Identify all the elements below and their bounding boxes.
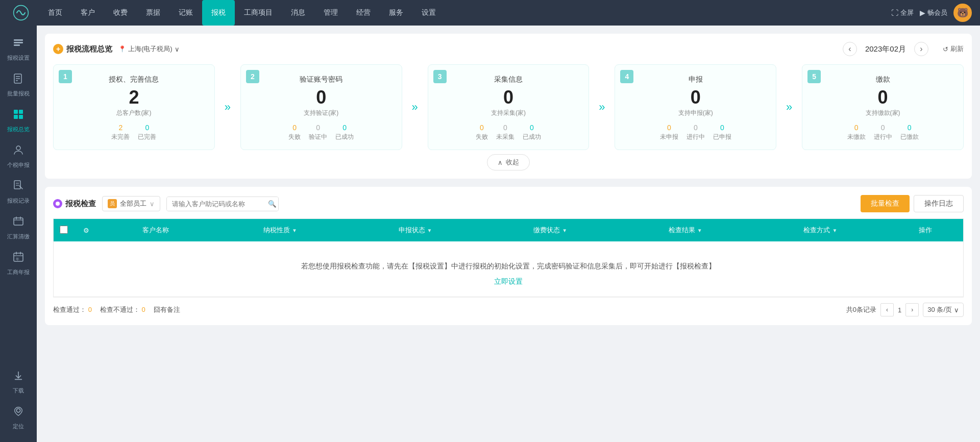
stat-done-3: 0 已成功 [523, 124, 541, 141]
nav-item-manage[interactable]: 管理 [314, 0, 347, 26]
overview-title: + 报税流程总览 [53, 44, 112, 54]
taxcheck-panel: 报税检查 员 全部员工 ∨ 🔍 批量检查 操作日志 [45, 187, 972, 325]
check-method-filter-icon[interactable]: ▼ [832, 228, 837, 233]
steps-row: 1 授权、完善信息 2 总客户数(家) 2 未完善 0 已完善 [53, 64, 964, 150]
nav-item-home[interactable]: 首页 [39, 0, 71, 26]
fail-count-label: 检查不通过： 0 [100, 305, 145, 314]
step-count-2: 0 [249, 88, 394, 107]
per-page-selector[interactable]: 30 条/页 ∨ [923, 303, 964, 317]
download-icon [9, 366, 28, 385]
step-count-4: 0 [623, 88, 768, 107]
tax-records-icon [9, 177, 28, 195]
nav-item-fee[interactable]: 收费 [104, 0, 137, 26]
current-date: 2023年02月 [865, 44, 906, 54]
sidebar-item-batch-tax[interactable]: 批量报税 [0, 65, 37, 101]
customer-search-box: 🔍 [166, 197, 279, 211]
sidebar-item-location[interactable]: 定位 [0, 398, 37, 434]
stat-fail-2: 0 失败 [288, 124, 301, 141]
employee-icon: 员 [108, 199, 117, 208]
step-stats-3: 0 失败 0 未采集 0 已成功 [436, 124, 581, 141]
search-button[interactable]: 🔍 [263, 197, 279, 211]
remark-label: 囧有备注 [154, 305, 180, 314]
tax-nature-filter-icon[interactable]: ▼ [292, 228, 297, 233]
sidebar-item-annual-settlement[interactable]: 汇算清缴 [0, 208, 37, 244]
stat-verifying-2: 0 验证中 [309, 124, 327, 141]
sidebar-item-download[interactable]: 下载 [0, 362, 37, 398]
column-settings-button[interactable]: ⚙ [80, 224, 92, 236]
top-navigation: 首页 客户 收费 票据 记账 报税 工商项目 消息 管理 经营 服务 设置 ⛶ … [0, 0, 980, 26]
svg-rect-1 [14, 39, 23, 41]
nav-item-tax[interactable]: 报税 [202, 0, 235, 26]
tax-table-container[interactable]: ⚙ 客户名称 纳税性质▼ 申报状态▼ [53, 218, 964, 297]
next-page-button[interactable]: › [905, 303, 919, 316]
select-all-checkbox[interactable] [60, 226, 68, 234]
prev-page-button[interactable]: ‹ [880, 303, 894, 316]
nav-item-operation[interactable]: 经营 [347, 0, 380, 26]
sidebar-item-tax-settings[interactable]: 报税设置 [0, 30, 37, 65]
sidebar-item-tax-records[interactable]: 报税记录 [0, 173, 37, 208]
dropdown-icon: ∨ [150, 200, 155, 208]
step-title-5: 缴款 [811, 75, 955, 84]
nav-item-bookkeeping[interactable]: 记账 [169, 0, 202, 26]
sidebar-item-annual-report[interactable]: 年 工商年报 [0, 244, 37, 280]
declare-status-filter-icon[interactable]: ▼ [427, 228, 432, 233]
overview-panel: + 报税流程总览 📍 上海(电子税局) ∨ ‹ 2023年02月 › ↺ 刷新 [45, 34, 972, 179]
stat-ongoing-4: 0 进行中 [687, 124, 705, 141]
nav-item-customer[interactable]: 客户 [71, 0, 104, 26]
nav-item-service[interactable]: 服务 [380, 0, 412, 26]
check-method-header: 检查方式▼ [753, 219, 888, 241]
svg-rect-9 [19, 110, 23, 114]
fullscreen-button[interactable]: ⛶ 全屏 [891, 8, 914, 17]
step-num-4: 4 [620, 70, 633, 83]
per-page-chevron-icon: ∨ [954, 306, 959, 314]
check-title: 报税检查 [53, 199, 96, 209]
customer-search-input[interactable] [167, 197, 263, 211]
check-result-filter-icon[interactable]: ▼ [697, 228, 702, 233]
settings-header: ⚙ [74, 219, 99, 241]
stat-undeclared-4: 0 未申报 [660, 124, 678, 141]
total-records: 共0条记录 [846, 305, 876, 314]
step-num-5: 5 [807, 70, 821, 83]
annual-report-icon: 年 [9, 248, 28, 266]
empty-state-row: 若您想使用报税检查功能，请先在【报税设置】中进行报税的初始化设置，完成密码验证和… [54, 241, 963, 297]
customer-name-header: 客户名称 [99, 219, 213, 241]
stat-uncollected-3: 0 未采集 [496, 124, 514, 141]
svg-rect-11 [19, 115, 23, 119]
svg-rect-2 [14, 42, 23, 43]
operation-log-button[interactable]: 操作日志 [914, 195, 964, 212]
setup-link[interactable]: 立即设置 [494, 277, 523, 285]
step-count-1: 2 [62, 88, 206, 107]
fail-count-value[interactable]: 0 [141, 306, 145, 313]
stat-done-2: 0 已成功 [335, 124, 354, 141]
step-stats-5: 0 未缴款 0 进行中 0 已缴款 [811, 124, 955, 141]
nav-item-message[interactable]: 消息 [282, 0, 314, 26]
step-arrow-2: » [402, 101, 428, 114]
svg-point-27 [16, 408, 20, 412]
user-avatar[interactable]: 🐻 [953, 4, 972, 22]
sidebar-item-tax-overview[interactable]: 报税总览 [0, 101, 37, 137]
step-subtitle-1: 总客户数(家) [62, 109, 206, 117]
employee-selector[interactable]: 员 全部员工 ∨ [102, 196, 160, 211]
step-count-5: 0 [811, 88, 955, 107]
nav-item-commerce[interactable]: 工商项目 [235, 0, 282, 26]
payment-status-filter-icon[interactable]: ▼ [562, 228, 567, 233]
stat-ongoing-5: 0 进行中 [874, 124, 892, 141]
nav-item-settings[interactable]: 设置 [412, 0, 445, 26]
step-arrow-1: » [215, 101, 240, 114]
step-card-4: 4 申报 0 支持申报(家) 0 未申报 0 进行中 [615, 64, 776, 150]
next-month-button[interactable]: › [914, 42, 928, 56]
collapse-button[interactable]: ∧ 收起 [487, 154, 530, 170]
vip-button[interactable]: ▶ 畅会员 [920, 8, 947, 17]
pass-count-value[interactable]: 0 [88, 306, 92, 313]
batch-check-button[interactable]: 批量检查 [861, 195, 910, 212]
step-arrow-3: » [589, 101, 615, 114]
nav-items: 首页 客户 收费 票据 记账 报税 工商项目 消息 管理 经营 服务 设置 [39, 0, 891, 26]
prev-month-button[interactable]: ‹ [843, 42, 857, 56]
refresh-button[interactable]: ↺ 刷新 [943, 44, 964, 54]
tax-check-table: ⚙ 客户名称 纳税性质▼ 申报状态▼ [54, 219, 963, 297]
nav-item-invoice[interactable]: 票据 [137, 0, 169, 26]
sidebar-item-personal-tax[interactable]: 个税申报 [0, 137, 37, 173]
location-selector[interactable]: 📍 上海(电子税局) ∨ [118, 44, 180, 54]
top-right-actions: ⛶ 全屏 ▶ 畅会员 🐻 [891, 4, 972, 22]
step-num-2: 2 [246, 70, 259, 83]
